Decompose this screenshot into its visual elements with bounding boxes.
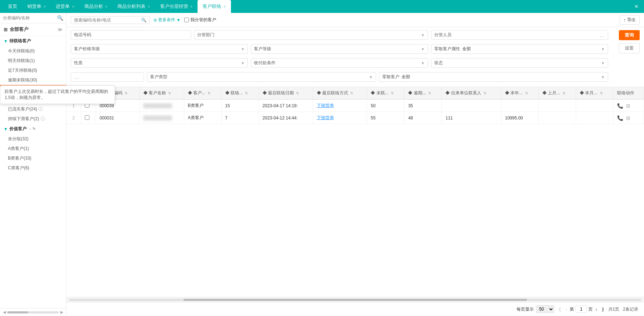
page-number-input[interactable] [575, 306, 587, 313]
category-search-input[interactable] [3, 15, 57, 20]
more-action-icon-2[interactable]: ⊞ [626, 115, 630, 121]
per-page-select[interactable]: 50 20 100 [536, 305, 554, 313]
sidebar-item-7days[interactable]: 近7天待联络(0) [0, 66, 66, 75]
action-icons-2: 📞 ⊞ [617, 115, 640, 121]
nav-customer-contact[interactable]: 客户联络 × [198, 0, 231, 13]
sidebar-item-tomorrow[interactable]: 明天待联络(1) [0, 56, 66, 66]
sidebar-item-declining[interactable]: 持续下滑客户(2) ⓘ [0, 114, 66, 124]
value-group-edit-icon[interactable]: ○ ✎ [29, 127, 36, 131]
pending-contact-group-title[interactable]: ▼ 待联络客户 [0, 36, 66, 46]
sidebar-item-lost-customers[interactable]: 已流失客户(24) ⓘ [0, 104, 66, 114]
price-level-field[interactable]: 客户价格等级 ▼ [71, 44, 248, 54]
contact-count-column-header[interactable]: ◆ 联络... ⇅ [221, 87, 259, 99]
nav-customer-stratification[interactable]: 客户分层经营 × [155, 0, 198, 13]
more-action-icon-1[interactable]: ⊞ [626, 103, 630, 109]
per-page-area: 每页显示 50 20 100 [516, 305, 554, 313]
overdue-column-header[interactable]: ◆ 逾期... ⇅ [404, 87, 442, 99]
sidebar-search-icon[interactable]: 🔍 [57, 15, 63, 21]
more-dots-field[interactable]: … [71, 72, 144, 82]
nav-product-analysis-list[interactable]: 商品分析列表 × [112, 0, 155, 13]
first-page-button[interactable]: ⟪ [557, 306, 562, 313]
last-date-sort-icon: ⇅ [296, 91, 299, 95]
sidebar-item-c-class[interactable]: C类客户(6) [0, 163, 66, 173]
manager-label: 分管人员 [434, 32, 451, 38]
row-checkbox-2[interactable] [81, 112, 96, 124]
last-page-button[interactable]: ⟫ [600, 306, 606, 313]
nav-home[interactable]: 首页 [3, 0, 22, 13]
phone-action-icon-1[interactable]: 📞 [617, 103, 623, 109]
set-button[interactable]: 设置 [619, 43, 640, 53]
type-column-header[interactable]: ◆ 客户... ⇅ [184, 87, 221, 99]
horizontal-scrollbar-thumb[interactable] [184, 299, 527, 301]
filter-row-2: 客户价格等级 ▼ 客户等级 ▼ 零散客户属性 全部 ▼ [71, 44, 608, 54]
phone-action-icon-2[interactable]: 📞 [617, 115, 623, 121]
sidebar-item-overdue[interactable]: 逾期未联络(30) [0, 75, 66, 85]
this-year-column-header[interactable]: ◆ 本年... ⇅ [501, 87, 538, 99]
query-button[interactable]: 查询 [619, 30, 640, 40]
close-product-analysis-icon[interactable]: × [105, 4, 107, 9]
sidebar-item-today[interactable]: 今天待联络(0) [0, 46, 66, 56]
export-button[interactable]: ↑ 导出 [620, 15, 640, 25]
status-arrow-icon: ▼ [601, 61, 605, 65]
sidebar-scroll-left[interactable]: ◀ [3, 310, 6, 315]
close-sales-order-icon[interactable]: × [43, 4, 46, 9]
row-last-method-1[interactable]: 下销货单 [313, 99, 367, 112]
table-row: 2 000031 ██████ A类客户 7 2023-04-12 14:44:… [66, 112, 644, 124]
search-icon[interactable]: 🔍 [141, 18, 147, 23]
sidebar-item-b-class[interactable]: B类客户(33) [0, 154, 66, 163]
close-stratification-icon[interactable]: × [190, 4, 193, 9]
last-contact-method-column-header[interactable]: ◆ 最后联络方式 ⇅ [313, 87, 367, 99]
payment-field[interactable]: 收付款条件 ▼ [251, 58, 428, 68]
last-month-column-header[interactable]: ◆ 上月... ⇅ [539, 87, 576, 99]
customer-type-field[interactable]: 客户类型 ▼ [147, 72, 376, 82]
customer-table: ⚙ ◆ 客户编码 ⇅ ◆ 客户名称 ⇅ ◆ 客户... ⇅ [66, 87, 644, 124]
last-contact-date-column-header[interactable]: ◆ 最后联络日期 ⇅ [259, 87, 313, 99]
nav-sales-order[interactable]: 销货单 × [22, 0, 51, 13]
total-pages-info: 共1页 2条记录 [608, 306, 638, 312]
sidebar-collapse-icon[interactable]: ≫ [57, 27, 62, 32]
department-field[interactable]: 分管部门 ▼ [194, 30, 428, 40]
query-set-buttons: 查询 设置 [611, 30, 640, 53]
contact-person-sort-icon: ⇅ [483, 91, 486, 95]
my-customers-checkbox[interactable] [184, 18, 189, 22]
horizontal-scrollbar-area [66, 297, 644, 302]
row-last-method-2[interactable]: 下销货单 [313, 112, 367, 124]
horizontal-scrollbar-track[interactable] [69, 299, 641, 301]
row-uncontacted-2: 55 [367, 112, 404, 124]
manager-field[interactable]: 分管人员 … [431, 30, 608, 40]
sidebar-item-a-class[interactable]: A类客户(1) [0, 144, 66, 154]
close-window-button[interactable]: × [631, 3, 641, 10]
this-month-column-header[interactable]: ◆ 本月... ⇅ [576, 87, 613, 99]
customer-level-field[interactable]: 客户等级 ▼ [251, 44, 428, 54]
page-prefix-label: 第 [570, 306, 574, 312]
customer-level-arrow-icon: ▼ [421, 47, 425, 51]
nav-purchase-order[interactable]: 进货单 × [51, 0, 79, 13]
prev-page-button[interactable]: ‹ [564, 306, 568, 313]
contact-person-column-header[interactable]: ◆ 往来单位联系人 ⇅ [442, 87, 501, 99]
uncontacted-column-header[interactable]: ◆ 未联... ⇅ [367, 87, 404, 99]
search-input[interactable] [74, 18, 140, 23]
sidebar-scroll-right[interactable]: ▶ [60, 310, 63, 315]
retail-attr-field[interactable]: 零散客户属性 全部 ▼ [431, 44, 608, 54]
retail-customer-field[interactable]: 零散客户 全部 ▼ [379, 72, 608, 82]
group-arrow-icon: ▼ [4, 39, 8, 44]
more-conditions-button[interactable]: ⊘ 更多条件 ▼ [153, 17, 181, 23]
next-page-button[interactable]: › [594, 306, 598, 313]
row-overdue-2: 48 [404, 112, 442, 124]
row-this-month-1 [576, 99, 613, 112]
sidebar-item-ungrouped[interactable]: 未分组(32) [0, 134, 66, 144]
all-customers-header[interactable]: ⊞ 全部客户 ≫ [0, 23, 66, 36]
phone-input[interactable] [93, 33, 188, 38]
name-column-header[interactable]: ◆ 客户名称 ⇅ [139, 87, 184, 99]
nav-product-analysis[interactable]: 商品分析 × [79, 0, 112, 13]
table-row: 1 000039 ██████ B类客户 15 2023-04-17 14:19… [66, 99, 644, 112]
close-contact-icon[interactable]: × [223, 4, 226, 9]
row-actions-2: 📞 ⊞ [613, 112, 644, 124]
value-group-arrow-icon: ▼ [4, 127, 8, 132]
close-product-list-icon[interactable]: × [148, 4, 150, 9]
status-field[interactable]: 状态 ▼ [431, 58, 608, 68]
close-purchase-order-icon[interactable]: × [72, 4, 74, 9]
value-customers-group-title[interactable]: ▼ 价值客户 ○ ✎ [0, 124, 66, 134]
export-icon: ↑ [624, 18, 626, 23]
nature-field[interactable]: 性质 ▼ [71, 58, 248, 68]
